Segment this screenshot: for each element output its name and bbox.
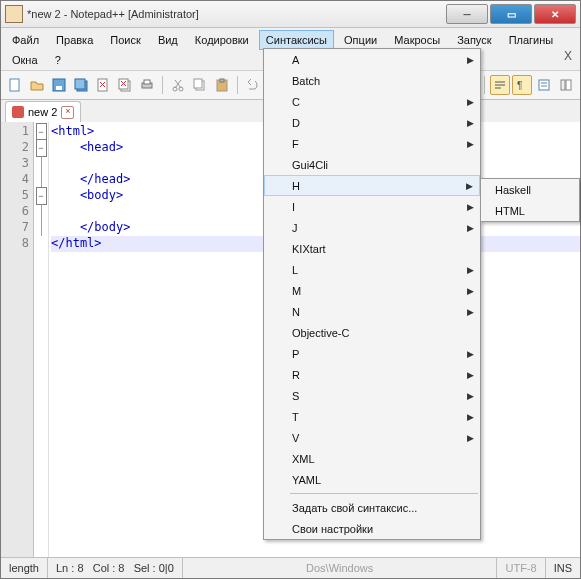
line-number: 2 (1, 140, 33, 156)
submenu-arrow-icon: ▶ (467, 433, 474, 443)
syntax-item-r[interactable]: R▶ (264, 364, 480, 385)
fold-line (41, 220, 42, 236)
submenu-arrow-icon: ▶ (467, 55, 474, 65)
fold-line (41, 172, 42, 188)
line-number: 4 (1, 172, 33, 188)
syntax-item-s[interactable]: S▶ (264, 385, 480, 406)
status-ln: Ln : 8 (56, 562, 84, 574)
syntax-item-batch[interactable]: Batch (264, 70, 480, 91)
line-number-gutter: 1 2 3 4 5 6 7 8 (1, 122, 34, 567)
file-tab[interactable]: new 2 × (5, 101, 81, 122)
submenu-arrow-icon: ▶ (467, 265, 474, 275)
line-number: 3 (1, 156, 33, 172)
syntax-item-html[interactable]: HTML (481, 200, 579, 221)
close-all-icon[interactable] (115, 75, 135, 95)
syntax-item-f[interactable]: F▶ (264, 133, 480, 154)
syntax-item-custom[interactable]: Задать свой синтаксис... (264, 497, 480, 518)
submenu-arrow-icon: ▶ (467, 307, 474, 317)
menu-encoding[interactable]: Кодировки (188, 30, 256, 50)
syntax-item-a[interactable]: A▶ (264, 49, 480, 70)
status-col: Col : 8 (93, 562, 125, 574)
menu-windows[interactable]: Окна (5, 50, 45, 70)
fold-minus-icon[interactable]: − (36, 187, 47, 205)
submenu-arrow-icon: ▶ (466, 181, 473, 191)
app-icon (5, 5, 23, 23)
syntax-item-p[interactable]: P▶ (264, 343, 480, 364)
submenu-arrow-icon: ▶ (467, 412, 474, 422)
submenu-arrow-icon: ▶ (467, 139, 474, 149)
folder-view-icon[interactable] (556, 75, 576, 95)
menu-search[interactable]: Поиск (103, 30, 147, 50)
syntax-item-n[interactable]: N▶ (264, 301, 480, 322)
toolbar-separator (484, 76, 485, 94)
code-line: <head> (51, 140, 123, 154)
menu-view[interactable]: Вид (151, 30, 185, 50)
save-all-icon[interactable] (71, 75, 91, 95)
print-icon[interactable] (137, 75, 157, 95)
svg-rect-13 (194, 79, 202, 88)
tabbar-close-icon[interactable]: X (564, 49, 572, 63)
syntax-item-d[interactable]: D▶ (264, 112, 480, 133)
menu-options[interactable]: Опции (337, 30, 384, 50)
tab-close-icon[interactable]: × (61, 106, 74, 119)
syntax-item-t[interactable]: T▶ (264, 406, 480, 427)
menu-separator (290, 493, 478, 494)
syntax-item-c[interactable]: C▶ (264, 91, 480, 112)
submenu-arrow-icon: ▶ (467, 118, 474, 128)
submenu-arrow-icon: ▶ (467, 286, 474, 296)
show-symbols-icon[interactable]: ¶ (512, 75, 532, 95)
copy-icon[interactable] (190, 75, 210, 95)
wordwrap-icon[interactable] (490, 75, 510, 95)
menu-macro[interactable]: Макросы (387, 30, 447, 50)
submenu-arrow-icon: ▶ (467, 97, 474, 107)
svg-rect-15 (220, 79, 224, 82)
syntax-item-own[interactable]: Свои настройки (264, 518, 480, 539)
syntax-item-kixtart[interactable]: KIXtart (264, 238, 480, 259)
submenu-arrow-icon: ▶ (467, 202, 474, 212)
status-length: length (1, 558, 48, 578)
open-file-icon[interactable] (27, 75, 47, 95)
syntax-dropdown: A▶ Batch C▶ D▶ F▶ Gui4Cli H▶ I▶ J▶ KIXta… (263, 48, 481, 540)
menu-edit[interactable]: Правка (49, 30, 100, 50)
status-position: Ln : 8 Col : 8 Sel : 0|0 (48, 558, 183, 578)
syntax-item-l[interactable]: L▶ (264, 259, 480, 280)
menu-run[interactable]: Запуск (450, 30, 498, 50)
syntax-item-haskell[interactable]: Haskell (481, 179, 579, 200)
maximize-button[interactable]: ▭ (490, 4, 532, 24)
code-line: <html> (51, 124, 94, 138)
svg-text:¶: ¶ (517, 80, 522, 91)
menu-plugins[interactable]: Плагины (502, 30, 561, 50)
close-button[interactable]: ✕ (534, 4, 576, 24)
svg-rect-0 (10, 79, 19, 91)
syntax-item-v[interactable]: V▶ (264, 427, 480, 448)
status-sel: Sel : 0|0 (134, 562, 174, 574)
menu-file[interactable]: Файл (5, 30, 46, 50)
undo-icon[interactable] (243, 75, 263, 95)
new-file-icon[interactable] (5, 75, 25, 95)
code-line: <body> (51, 188, 123, 202)
syntax-item-xml[interactable]: XML (264, 448, 480, 469)
save-icon[interactable] (49, 75, 69, 95)
line-number: 8 (1, 236, 33, 252)
svg-rect-19 (561, 80, 565, 90)
title-bar[interactable]: *new 2 - Notepad++ [Administrator] ─ ▭ ✕ (1, 1, 580, 28)
menu-syntax[interactable]: Синтаксисы (259, 30, 334, 50)
menu-help[interactable]: ? (48, 50, 68, 70)
fold-line (41, 204, 42, 220)
syntax-item-objc[interactable]: Objective-C (264, 322, 480, 343)
svg-rect-2 (56, 86, 62, 90)
code-line: </head> (51, 172, 130, 186)
paste-icon[interactable] (212, 75, 232, 95)
syntax-item-h[interactable]: H▶ (264, 175, 480, 196)
svg-rect-20 (566, 80, 571, 90)
fold-minus-icon[interactable]: − (36, 139, 47, 157)
minimize-button[interactable]: ─ (446, 4, 488, 24)
syntax-item-i[interactable]: I▶ (264, 196, 480, 217)
close-file-icon[interactable] (93, 75, 113, 95)
syntax-item-gui4cli[interactable]: Gui4Cli (264, 154, 480, 175)
syntax-item-yaml[interactable]: YAML (264, 469, 480, 490)
syntax-item-m[interactable]: M▶ (264, 280, 480, 301)
function-list-icon[interactable] (534, 75, 554, 95)
cut-icon[interactable] (168, 75, 188, 95)
syntax-item-j[interactable]: J▶ (264, 217, 480, 238)
